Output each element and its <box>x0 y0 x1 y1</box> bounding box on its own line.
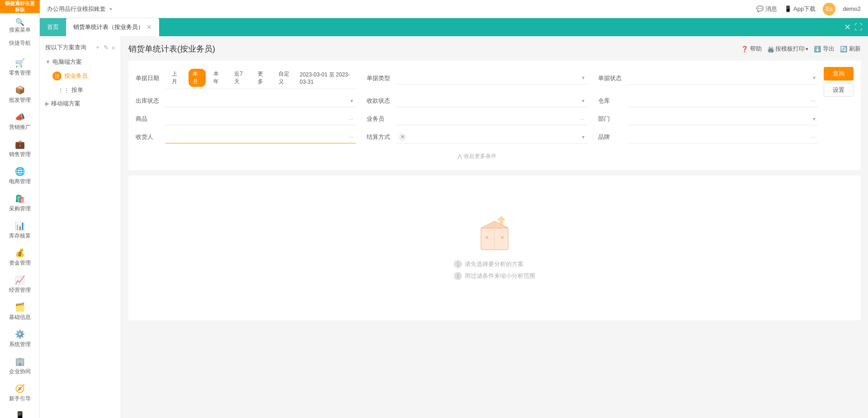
sales-icon: 💼 <box>15 139 25 149</box>
warehouse-control[interactable]: ··· <box>627 95 818 107</box>
print-icon: 🖨️ <box>767 46 774 52</box>
settle-method-clear-btn[interactable]: ✕ <box>399 133 406 141</box>
sidebar-item-inventory[interactable]: 📊 库存核算 <box>0 216 40 243</box>
topbar: 办公用品行业模拟账套 ▾ 💬 消息 📱 App下载 Ea demo2 <box>40 0 868 18</box>
doc-type-label: 单据类型 <box>367 74 396 82</box>
page-header: 销货单统计表(按业务员) ❓ 帮助 🖨️ 按模板打印 ▾ ⬇️ 导出 <box>128 43 861 54</box>
scheme-by-order[interactable]: ⋮⋮ 按单 <box>40 83 121 97</box>
date-btn-this-month[interactable]: 本月 <box>189 69 206 87</box>
filter-brand: 品牌 ··· <box>598 131 818 143</box>
receipt-status-control[interactable]: ▾ <box>396 95 587 107</box>
date-range: 2023-03-01 至 2023-03-31 <box>300 71 353 85</box>
settle-method-control[interactable]: ✕ ▾ <box>396 131 587 143</box>
scheme-by-salesperson-label: 按业务员 <box>64 72 88 80</box>
app-download-action[interactable]: 📱 App下载 <box>784 5 816 13</box>
doc-status-control[interactable]: ▾ <box>627 72 818 85</box>
salesperson-control[interactable]: ··· <box>396 113 587 125</box>
dept-control[interactable]: ▾ <box>627 113 818 125</box>
page-header-actions: ❓ 帮助 🖨️ 按模板打印 ▾ ⬇️ 导出 🔄 刷新 <box>741 45 861 53</box>
collapse-bar[interactable]: ⋀ 收起更多条件 <box>136 149 818 164</box>
mobile-scheme-title[interactable]: ▶ 移动端方案 <box>40 97 121 110</box>
sidebar-search[interactable]: 🔍 搜索菜单 <box>9 13 31 37</box>
doc-status-dropdown-icon[interactable]: ▾ <box>813 75 816 81</box>
tab-close-btn[interactable]: ✕ <box>844 22 851 32</box>
goods-more-icon[interactable]: ··· <box>349 116 353 122</box>
sidebar-item-ecom[interactable]: 🌐 电商管理 <box>0 162 40 189</box>
sidebar-logo: 畅捷通好生意 标版 <box>0 0 40 13</box>
sidebar-item-wholesale[interactable]: 📦 批发管理 <box>0 81 40 108</box>
operation-icon: 📈 <box>15 275 25 285</box>
filter-out-status: 出库状态 ▾ <box>136 95 356 107</box>
doc-type-control[interactable]: ▾ <box>396 72 587 85</box>
breadcrumb-dropdown-icon[interactable]: ▾ <box>109 6 112 12</box>
mobile-scheme-label: 移动端方案 <box>51 100 80 108</box>
sidebar-item-purchase[interactable]: 🛍️ 采购管理 <box>0 189 40 216</box>
goods-control[interactable]: ··· <box>165 113 356 125</box>
sidebar-item-sales[interactable]: 💼 销售管理 <box>0 135 40 162</box>
date-btn-more[interactable]: 更多 <box>254 69 271 87</box>
tab-sales-report-label: 销货单统计表（按业务员） <box>73 23 144 31</box>
date-btn-custom[interactable]: 自定义 <box>274 69 296 87</box>
out-status-label: 出库状态 <box>136 97 165 105</box>
date-btn-this-year[interactable]: 本年 <box>209 69 226 87</box>
out-status-dropdown-icon[interactable]: ▾ <box>350 98 353 104</box>
filter-dept: 部门 ▾ <box>598 113 818 125</box>
brand-more-icon[interactable]: ··· <box>811 134 816 140</box>
right-panel: 销货单统计表(按业务员) ❓ 帮助 🖨️ 按模板打印 ▾ ⬇️ 导出 <box>121 36 868 418</box>
settings-btn[interactable]: 设置 <box>824 83 854 97</box>
filter-warehouse: 仓库 ··· <box>598 95 818 107</box>
brand-control[interactable]: ··· <box>627 131 818 143</box>
date-btn-last7[interactable]: 近7天 <box>230 69 250 87</box>
sidebar-item-base[interactable]: 🗂️ 基础信息 <box>0 298 40 325</box>
sidebar-item-apps[interactable]: 📱 应用中心 <box>0 406 40 418</box>
refresh-btn[interactable]: 🔄 刷新 <box>840 45 861 53</box>
tab-sales-report[interactable]: 销货单统计表（按业务员） ✕ <box>66 18 159 36</box>
mobile-scheme-section: ▶ 移动端方案 <box>40 97 121 110</box>
receipt-status-dropdown-icon[interactable]: ▾ <box>582 98 585 104</box>
collapse-panel-btn[interactable]: « <box>112 44 115 51</box>
sidebar-item-enterprise[interactable]: 🏢 企业协同 <box>0 352 40 379</box>
tab-sales-report-close[interactable]: ✕ <box>146 24 152 31</box>
purchase-icon: 🛍️ <box>15 194 25 204</box>
dept-dropdown-icon[interactable]: ▾ <box>813 116 816 122</box>
out-status-control[interactable]: ▾ <box>165 95 356 107</box>
desktop-scheme-title[interactable]: ▼ 电脑端方案 <box>40 55 121 69</box>
inventory-icon: 📊 <box>15 221 25 231</box>
sidebar-item-system[interactable]: ⚙️ 系统管理 <box>0 325 40 352</box>
recipient-control[interactable]: ··· <box>165 131 356 143</box>
doc-type-dropdown-icon[interactable]: ▾ <box>582 75 585 81</box>
collapse-label: 收起更多条件 <box>464 152 496 160</box>
sidebar-item-finance[interactable]: 💰 资金管理 <box>0 243 40 271</box>
recipient-more-icon[interactable]: ··· <box>349 134 353 140</box>
sidebar-item-marketing[interactable]: 📣 营销推广 <box>0 108 40 135</box>
query-btn[interactable]: 查询 <box>824 67 854 81</box>
tab-home-label: 首页 <box>47 23 59 31</box>
date-control[interactable]: 上月 本月 本年 近7天 更多 自定义 2023-03-01 至 2023-03… <box>165 67 356 89</box>
edit-scheme-btn[interactable]: ✎ <box>104 44 109 51</box>
app-download-icon: 📱 <box>784 5 792 12</box>
svg-point-4 <box>486 236 488 239</box>
brand-label: 品牌 <box>598 133 627 141</box>
salesperson-more-icon[interactable]: ··· <box>580 116 585 122</box>
message-action[interactable]: 💬 消息 <box>756 5 777 13</box>
user-avatar[interactable]: Ea <box>823 3 835 15</box>
tabbar: 首页 销货单统计表（按业务员） ✕ ✕ ⛶ <box>40 18 868 36</box>
add-scheme-btn[interactable]: ＋ <box>94 43 101 52</box>
template-print-btn[interactable]: 🖨️ 按模板打印 ▾ <box>767 45 808 53</box>
scheme-by-order-label: 按单 <box>71 86 83 94</box>
help-btn[interactable]: ❓ 帮助 <box>741 45 762 53</box>
sidebar-item-operation[interactable]: 📈 经营管理 <box>0 271 40 298</box>
goods-label: 商品 <box>136 115 165 123</box>
tab-home[interactable]: 首页 <box>40 18 66 36</box>
date-btn-last-month[interactable]: 上月 <box>168 69 185 87</box>
sidebar-quick-nav[interactable]: 快捷导航 <box>0 37 39 50</box>
scheme-by-salesperson[interactable]: 按 按业务员 <box>40 69 121 83</box>
desktop-scheme-label: 电脑端方案 <box>52 58 82 66</box>
tab-expand-btn[interactable]: ⛶ <box>854 23 863 32</box>
warehouse-more-icon[interactable]: ··· <box>811 98 816 104</box>
settle-method-dropdown-icon[interactable]: ▾ <box>582 134 585 140</box>
retail-icon: 🛒 <box>15 58 25 68</box>
export-btn[interactable]: ⬇️ 导出 <box>814 45 835 53</box>
sidebar-item-retail[interactable]: 🛒 零售管理 <box>0 53 40 81</box>
sidebar-item-newbie[interactable]: 🧭 新手引导 <box>0 379 40 406</box>
